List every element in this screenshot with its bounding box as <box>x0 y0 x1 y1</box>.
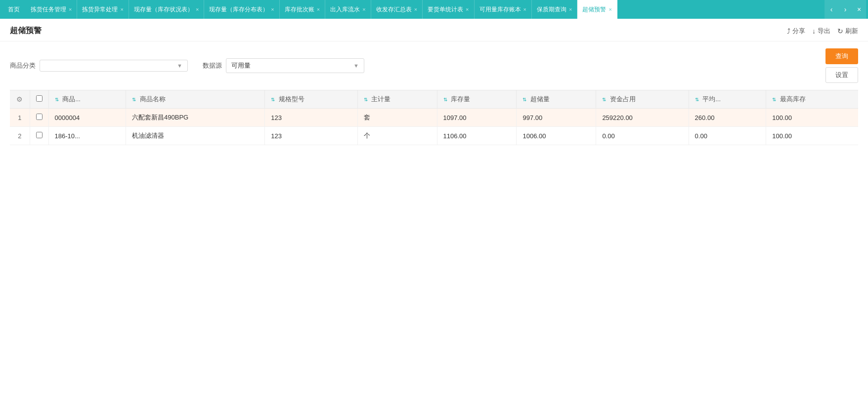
page-title: 超储预警 <box>10 26 42 36</box>
nav-arrows: ‹ › × <box>825 0 866 19</box>
nav-arrow-right[interactable]: › <box>838 0 852 19</box>
data-table: ⚙ ⇅ 商品... ⇅ 商品名称 ⇅ 规格型号 <box>10 90 858 145</box>
th-product-code[interactable]: ⇅ 商品... <box>48 90 126 109</box>
tab-close-icon[interactable]: × <box>196 6 199 12</box>
datasource-select-value: 可用量 <box>231 61 251 70</box>
nav-tab-1[interactable]: 拣货任务管理 × <box>26 0 77 19</box>
export-label: 导出 <box>818 27 830 36</box>
datasource-filter-label: 数据源 <box>203 61 222 70</box>
unit-1: 套 <box>357 109 437 127</box>
th-unit[interactable]: ⇅ 主计量 <box>357 90 437 109</box>
th-product-code-label: 商品... <box>62 95 81 103</box>
nav-arrow-left[interactable]: ‹ <box>825 0 838 19</box>
tab-close-icon[interactable]: × <box>466 6 469 12</box>
share-label: 分享 <box>792 27 805 36</box>
tab-close-icon[interactable]: × <box>69 6 72 12</box>
th-max-stock[interactable]: ⇅ 最高库存 <box>766 90 858 109</box>
header-actions: ⤴ 分享 ↓ 导出 ↻ 刷新 <box>787 27 858 36</box>
max-stock-2: 100.00 <box>766 127 858 145</box>
tab-close-icon[interactable]: × <box>317 6 320 12</box>
th-product-name[interactable]: ⇅ 商品名称 <box>126 90 265 109</box>
tab-close-icon[interactable]: × <box>271 6 274 12</box>
nav-tab-6[interactable]: 出入库流水 × <box>325 0 371 19</box>
th-unit-label: 主计量 <box>371 95 391 103</box>
export-button[interactable]: ↓ 导出 <box>812 27 830 36</box>
select-all-checkbox[interactable] <box>36 95 43 102</box>
table-row: 1 0000004 六配套新昌490BPG 123 套 1097.00 997.… <box>10 109 858 127</box>
tab-label: 保质期查询 <box>537 5 566 14</box>
row-num-1: 1 <box>10 109 30 127</box>
row-checkbox-2[interactable] <box>36 132 43 138</box>
product-name-2: 机油滤清器 <box>126 127 265 145</box>
nav-arrow-close[interactable]: × <box>852 0 866 19</box>
query-button[interactable]: 查询 <box>825 48 858 64</box>
category-filter: 商品分类 ▼ <box>10 60 188 72</box>
sort-icon: ⇅ <box>602 97 606 102</box>
th-settings: ⚙ <box>10 90 30 109</box>
th-avg-price-label: 平均... <box>702 95 721 103</box>
avg-price-1: 260.00 <box>689 109 766 127</box>
sort-icon: ⇅ <box>772 97 776 102</box>
tab-close-icon[interactable]: × <box>362 6 365 12</box>
tab-close-icon[interactable]: × <box>523 6 526 12</box>
nav-tab-11[interactable]: 超储预警 × <box>577 0 617 19</box>
category-select[interactable]: ▼ <box>40 60 188 72</box>
refresh-button[interactable]: ↻ 刷新 <box>837 27 858 36</box>
export-icon: ↓ <box>812 27 816 35</box>
nav-tab-7[interactable]: 收发存汇总表 × <box>371 0 423 19</box>
tab-label: 现存量（库存分布表） <box>209 5 268 14</box>
top-navigation: 首页 拣货任务管理 × 拣货异常处理 × 现存量（库存状况表） × 现存量（库存… <box>0 0 868 19</box>
nav-tab-3[interactable]: 现存量（库存状况表） × <box>129 0 204 19</box>
tab-close-icon[interactable]: × <box>569 6 572 12</box>
capital-2: 0.00 <box>596 127 689 145</box>
max-stock-1: 100.00 <box>766 109 858 127</box>
stock-1: 1097.00 <box>437 109 517 127</box>
product-name-1: 六配套新昌490BPG <box>126 109 265 127</box>
th-stock[interactable]: ⇅ 库存量 <box>437 90 517 109</box>
avg-price-2: 0.00 <box>689 127 766 145</box>
tab-close-icon[interactable]: × <box>608 6 611 12</box>
nav-home[interactable]: 首页 <box>2 0 26 19</box>
row-checkbox-1[interactable] <box>36 114 43 120</box>
th-spec-label: 规格型号 <box>279 95 304 103</box>
checkbox-cell-2[interactable] <box>30 127 48 145</box>
th-stock-label: 库存量 <box>451 95 470 103</box>
set-button[interactable]: 设置 <box>825 67 858 83</box>
settings-icon[interactable]: ⚙ <box>16 95 23 103</box>
th-max-stock-label: 最高库存 <box>780 95 806 103</box>
spec-2: 123 <box>265 127 357 145</box>
share-button[interactable]: ⤴ 分享 <box>787 27 805 36</box>
row-num-2: 2 <box>10 127 30 145</box>
nav-tab-8[interactable]: 要货单统计表 × <box>423 0 474 19</box>
th-capital-label: 资金占用 <box>610 95 636 103</box>
sort-icon: ⇅ <box>271 97 275 102</box>
page-header: 超储预警 ⤴ 分享 ↓ 导出 ↻ 刷新 <box>0 19 868 41</box>
sort-icon: ⇅ <box>132 97 136 102</box>
sort-icon: ⇅ <box>55 97 59 102</box>
datasource-select[interactable]: 可用量 ▼ <box>226 58 364 73</box>
tab-close-icon[interactable]: × <box>120 6 123 12</box>
product-code-1: 0000004 <box>48 109 126 127</box>
th-spec[interactable]: ⇅ 规格型号 <box>265 90 357 109</box>
th-capital[interactable]: ⇅ 资金占用 <box>596 90 689 109</box>
nav-tab-9[interactable]: 可用量库存账本 × <box>475 0 532 19</box>
overstock-1: 997.00 <box>517 109 596 127</box>
sort-icon: ⇅ <box>522 97 526 102</box>
unit-2: 个 <box>357 127 437 145</box>
nav-tab-2[interactable]: 拣货异常处理 × <box>77 0 129 19</box>
product-code-2: 186-10... <box>48 127 126 145</box>
nav-tab-10[interactable]: 保质期查询 × <box>532 0 577 19</box>
nav-tab-4[interactable]: 现存量（库存分布表） × <box>204 0 279 19</box>
th-overstock[interactable]: ⇅ 超储量 <box>517 90 596 109</box>
tab-label: 拣货任务管理 <box>31 5 66 14</box>
th-avg-price[interactable]: ⇅ 平均... <box>689 90 766 109</box>
tab-close-icon[interactable]: × <box>414 6 417 12</box>
chevron-down-icon: ▼ <box>177 63 182 69</box>
checkbox-cell-1[interactable] <box>30 109 48 127</box>
nav-tab-5[interactable]: 库存批次账 × <box>280 0 325 19</box>
stock-2: 1106.00 <box>437 127 517 145</box>
tab-label: 拣货异常处理 <box>82 5 118 14</box>
refresh-label: 刷新 <box>845 27 858 36</box>
tab-label: 要货单统计表 <box>428 5 463 14</box>
tab-label: 库存批次账 <box>285 5 314 14</box>
